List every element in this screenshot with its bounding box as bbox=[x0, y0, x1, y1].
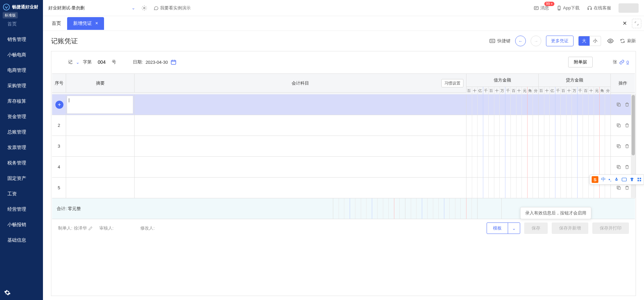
more-vouchers-button[interactable]: 更多凭证 bbox=[546, 36, 574, 46]
sidebar-item-assets[interactable]: 固定资产 bbox=[0, 171, 43, 186]
delete-row-icon[interactable] bbox=[625, 102, 630, 107]
table-row[interactable]: 2 bbox=[52, 115, 635, 136]
svg-rect-14 bbox=[638, 178, 639, 179]
size-small[interactable]: 小 bbox=[590, 36, 601, 46]
sidebar-settings[interactable] bbox=[0, 285, 43, 300]
ime-mic-icon[interactable] bbox=[614, 177, 619, 182]
save-new-button: 保存并新增 bbox=[552, 222, 588, 234]
voucher-type[interactable]: 记 bbox=[68, 59, 72, 65]
sidebar-item-tax[interactable]: 税务管理 bbox=[0, 155, 43, 171]
sidebar-item-partial[interactable]: 首页 bbox=[0, 21, 43, 32]
brand-logo-icon bbox=[3, 3, 10, 11]
chevron-down-icon: ⌄ bbox=[508, 223, 520, 233]
edit-icon[interactable] bbox=[88, 226, 93, 231]
close-icon[interactable]: × bbox=[95, 20, 98, 26]
refresh-icon bbox=[620, 38, 625, 44]
copy-row-icon[interactable] bbox=[616, 144, 621, 149]
refresh-button[interactable]: 刷新 bbox=[620, 38, 636, 44]
tab-home[interactable]: 首页 bbox=[46, 17, 67, 30]
app-download-button[interactable]: App下载 bbox=[556, 5, 580, 11]
calendar-icon[interactable] bbox=[170, 59, 177, 65]
maker-name: 徐泽华 bbox=[74, 225, 87, 231]
next-voucher-button[interactable]: → bbox=[531, 36, 541, 46]
table-row[interactable]: 5 bbox=[52, 178, 635, 198]
sidebar-item-salary[interactable]: 工资 bbox=[0, 186, 43, 202]
attach-doc-button[interactable]: 附单据 bbox=[568, 57, 593, 67]
sidebar-item-ops[interactable]: 经营管理 bbox=[0, 202, 43, 217]
template-button[interactable]: 模板 ⌄ bbox=[487, 222, 520, 234]
prev-voucher-button[interactable]: ← bbox=[515, 36, 526, 46]
voucher-table: 序号 摘要 会计科目 习惯设置 借方金额 百十亿千百十万千百十元角分 贷方金额 … bbox=[52, 73, 635, 219]
visibility-button[interactable] bbox=[606, 36, 615, 46]
voucher-meta: 记 ⌄ 字第 号 日期: 2023-04-30 附单据 张 bbox=[51, 51, 636, 71]
add-row-button[interactable]: + bbox=[55, 101, 63, 109]
copy-row-icon[interactable] bbox=[616, 123, 621, 128]
chevron-down-icon: ⌄ bbox=[132, 5, 135, 10]
message-icon bbox=[534, 5, 539, 11]
svg-point-6 bbox=[610, 40, 611, 42]
sidebar-item-purchase[interactable]: 采购管理 bbox=[0, 78, 43, 94]
ime-lang[interactable]: 中 bbox=[601, 177, 606, 183]
ime-tools-icon[interactable] bbox=[637, 177, 642, 182]
header-seq: 序号 bbox=[52, 74, 66, 93]
svg-rect-2 bbox=[534, 6, 538, 9]
svg-point-4 bbox=[559, 9, 559, 9]
ime-punct-icon[interactable]: •, bbox=[608, 177, 611, 182]
gear-icon bbox=[4, 289, 11, 296]
sidebar-item-funds[interactable]: 资金管理 bbox=[0, 109, 43, 124]
sidebar-item-base[interactable]: 基础信息 bbox=[0, 233, 43, 248]
delete-row-icon[interactable] bbox=[625, 144, 630, 149]
header-debit-group: 借方金额 百十亿千百十万千百十元角分 bbox=[466, 74, 539, 94]
shortcut-button[interactable]: 快捷键 bbox=[489, 38, 510, 44]
sidebar-item-reimburse[interactable]: 小畅报销 bbox=[0, 217, 43, 233]
habit-settings-button[interactable]: 习惯设置 bbox=[441, 79, 463, 87]
header-credit: 贷方金额 bbox=[539, 74, 610, 87]
link-icon[interactable] bbox=[619, 59, 625, 65]
sogou-logo-icon: S bbox=[592, 176, 598, 183]
sidebar-item-gl[interactable]: 总账管理 bbox=[0, 124, 43, 140]
voucher-number-input[interactable] bbox=[95, 59, 108, 65]
sidebar-item-invoice[interactable]: 发票管理 bbox=[0, 140, 43, 155]
copy-row-icon[interactable] bbox=[616, 185, 621, 190]
message-badge: 99 + bbox=[544, 2, 554, 6]
header-debit: 借方金额 bbox=[466, 74, 538, 87]
delete-row-icon[interactable] bbox=[625, 123, 630, 128]
org-selector[interactable]: 好业财测试-量勿删 ⌄ bbox=[48, 5, 135, 11]
sidebar-item-sales[interactable]: 销售管理 bbox=[0, 32, 43, 47]
link-count[interactable]: 0 bbox=[627, 60, 629, 65]
table-row[interactable]: 3 bbox=[52, 136, 635, 157]
copy-row-icon[interactable] bbox=[616, 102, 621, 107]
ime-toolbar[interactable]: S 中 •, bbox=[589, 174, 644, 185]
chevron-down-icon[interactable]: ⌄ bbox=[76, 60, 80, 65]
summary-input[interactable]: | bbox=[67, 96, 133, 114]
page-header: 记账凭证 快捷键 ← → 更多凭证 大 小 刷新 bbox=[43, 31, 644, 51]
table-row[interactable]: 4 bbox=[52, 157, 635, 178]
voucher-panel: 记 ⌄ 字第 号 日期: 2023-04-30 附单据 张 bbox=[51, 51, 636, 296]
table-row[interactable]: +| bbox=[52, 94, 635, 115]
ime-keyboard-icon[interactable] bbox=[622, 177, 627, 182]
org-name: 好业财测试-量勿删 bbox=[48, 5, 85, 11]
settings-icon[interactable] bbox=[141, 5, 147, 11]
tab-new-voucher[interactable]: 新增凭证 × bbox=[67, 17, 104, 30]
voucher-footer: 制单人: 徐泽华 审核人: 修改人: 录入有效信息后，按钮才会启用 模板 ⌄ bbox=[51, 219, 636, 237]
sidebar-item-inventory[interactable]: 库存核算 bbox=[0, 94, 43, 109]
date-value[interactable]: 2023-04-30 bbox=[146, 60, 168, 65]
modifier-label: 修改人: bbox=[140, 225, 155, 231]
messages-button[interactable]: 消息 99 + bbox=[534, 5, 549, 11]
delete-row-icon[interactable] bbox=[625, 164, 630, 169]
sidebar-item-xchang-ec[interactable]: 小畅电商 bbox=[0, 47, 43, 63]
svg-rect-7 bbox=[171, 60, 176, 64]
ime-skin-icon[interactable] bbox=[630, 177, 634, 182]
fullscreen-button[interactable] bbox=[632, 19, 641, 28]
expand-icon bbox=[634, 21, 639, 26]
demo-link[interactable]: 我要看实例演示 bbox=[153, 5, 191, 11]
avatar[interactable] bbox=[618, 3, 639, 13]
close-panel-button[interactable]: ✕ bbox=[620, 19, 629, 28]
copy-row-icon[interactable] bbox=[616, 164, 621, 169]
sidebar-item-ecommerce[interactable]: 电商管理 bbox=[0, 63, 43, 78]
service-button[interactable]: 在线客服 bbox=[587, 5, 611, 11]
svg-rect-17 bbox=[640, 180, 641, 181]
size-large[interactable]: 大 bbox=[579, 36, 590, 46]
brand-title: 畅捷通好业财 bbox=[12, 4, 38, 10]
delete-row-icon[interactable] bbox=[625, 185, 630, 190]
